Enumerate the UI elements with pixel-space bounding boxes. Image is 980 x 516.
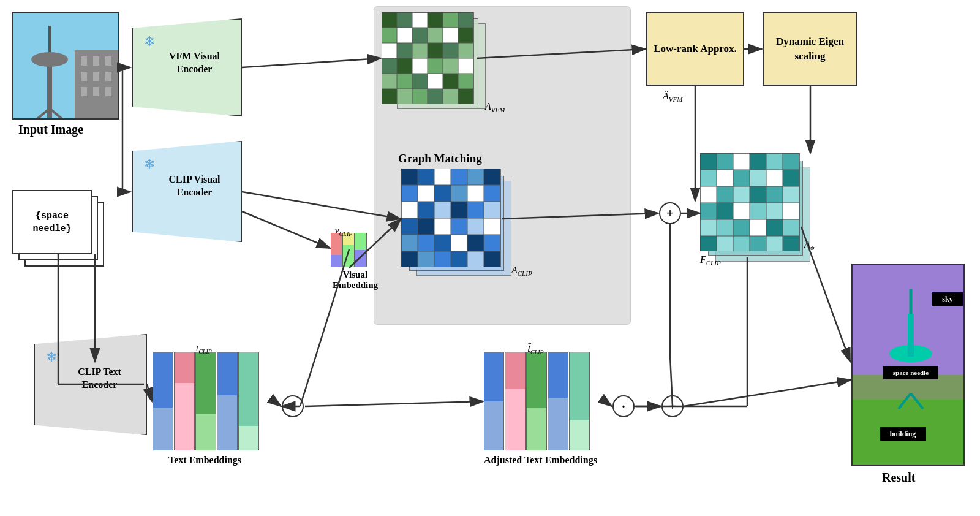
svg-rect-114 — [717, 186, 733, 203]
v-clip-label: vCLIP — [335, 226, 352, 237]
result-label: Result — [882, 471, 915, 485]
low-rank-label: Low-rank Approx. — [654, 42, 737, 56]
svg-rect-77 — [484, 218, 500, 235]
svg-rect-65 — [484, 185, 500, 202]
svg-rect-6 — [93, 72, 99, 81]
svg-rect-126 — [717, 219, 733, 236]
svg-rect-181 — [527, 408, 546, 450]
svg-rect-136 — [783, 236, 799, 251]
hadamard-1: · — [282, 395, 304, 417]
svg-line-210 — [242, 58, 381, 67]
svg-rect-150 — [331, 244, 342, 255]
svg-rect-122 — [750, 203, 766, 219]
svg-rect-89 — [484, 251, 500, 267]
svg-rect-86 — [434, 251, 451, 267]
text-cards-group: {spaceneedle} — [12, 190, 110, 288]
svg-rect-8 — [81, 87, 87, 96]
svg-rect-172 — [239, 426, 258, 450]
svg-rect-120 — [717, 203, 733, 219]
svg-text:building: building — [890, 430, 916, 438]
svg-rect-113 — [700, 186, 717, 203]
svg-rect-85 — [418, 251, 434, 267]
svg-rect-102 — [717, 153, 733, 170]
svg-rect-187 — [570, 420, 589, 450]
t-clip-label: tCLIP — [196, 343, 212, 355]
text-embeddings-label: Text Embeddings — [168, 455, 241, 466]
svg-rect-192 — [908, 314, 914, 357]
svg-rect-135 — [766, 236, 783, 251]
svg-rect-103 — [733, 153, 750, 170]
svg-rect-63 — [451, 185, 467, 202]
svg-rect-186 — [570, 352, 589, 420]
svg-rect-178 — [505, 389, 525, 450]
svg-rect-125 — [700, 219, 717, 236]
svg-rect-124 — [783, 203, 799, 219]
svg-rect-101 — [700, 153, 717, 170]
svg-rect-110 — [750, 170, 766, 186]
svg-line-212 — [242, 211, 330, 248]
svg-rect-107 — [700, 170, 717, 186]
svg-rect-105 — [766, 153, 783, 170]
input-image — [12, 12, 119, 120]
svg-rect-174 — [484, 352, 503, 401]
svg-rect-69 — [451, 202, 467, 218]
svg-rect-56 — [434, 169, 451, 185]
svg-rect-64 — [467, 185, 484, 202]
svg-rect-128 — [750, 219, 766, 236]
svg-rect-117 — [766, 186, 783, 203]
svg-rect-71 — [484, 202, 500, 218]
visual-embedding-label: VisualEmbedding — [325, 270, 386, 290]
clip-text-encoder-label: CLIP TextEncoder — [52, 366, 147, 392]
svg-line-222 — [274, 401, 281, 406]
svg-rect-160 — [153, 408, 173, 450]
svg-text:space needle: space needle — [893, 369, 929, 376]
svg-rect-54 — [401, 169, 418, 185]
svg-rect-129 — [766, 219, 783, 236]
svg-rect-163 — [175, 383, 194, 450]
svg-rect-104 — [750, 153, 766, 170]
svg-rect-169 — [217, 395, 237, 450]
svg-rect-57 — [451, 169, 467, 185]
svg-rect-84 — [401, 251, 418, 267]
svg-rect-88 — [467, 251, 484, 267]
svg-rect-53 — [382, 12, 473, 104]
dynamic-eigen-label: Dynamic Eigen scaling — [764, 34, 856, 64]
clip-matrix-front — [401, 169, 502, 269]
svg-rect-119 — [700, 203, 717, 219]
svg-rect-58 — [467, 169, 484, 185]
svg-text:sky: sky — [942, 295, 952, 303]
hadamard-2: · — [612, 395, 635, 417]
svg-rect-73 — [418, 218, 434, 235]
svg-rect-68 — [434, 202, 451, 218]
svg-rect-66 — [401, 202, 418, 218]
svg-rect-180 — [527, 352, 546, 408]
visual-embedding — [331, 233, 380, 269]
svg-rect-5 — [81, 72, 87, 81]
svg-rect-168 — [217, 352, 237, 395]
graph-matching-label: Graph Matching — [398, 152, 482, 165]
svg-rect-177 — [505, 352, 525, 389]
svg-point-12 — [31, 52, 68, 67]
svg-rect-171 — [239, 352, 258, 426]
svg-rect-127 — [733, 219, 750, 236]
vfm-encoder-label: VFM VisualEncoder — [147, 50, 242, 76]
svg-rect-134 — [750, 236, 766, 251]
svg-rect-130 — [783, 219, 799, 236]
svg-rect-157 — [355, 250, 366, 267]
svg-rect-166 — [196, 414, 216, 450]
svg-rect-87 — [451, 251, 467, 267]
svg-rect-72 — [401, 218, 418, 235]
plus-circle-top: + — [659, 202, 681, 224]
svg-rect-118 — [783, 186, 799, 203]
a-psi-front — [700, 153, 801, 254]
svg-rect-175 — [484, 401, 503, 450]
svg-rect-111 — [766, 170, 783, 186]
plus-circle-bottom: + — [662, 395, 684, 417]
svg-rect-10 — [105, 87, 111, 96]
svg-rect-159 — [153, 352, 173, 408]
svg-rect-4 — [105, 56, 111, 66]
low-rank-box: Low-rank Approx. — [646, 12, 744, 86]
f-clip-label: FCLIP — [700, 254, 721, 267]
svg-rect-2 — [81, 56, 87, 66]
svg-rect-183 — [548, 352, 568, 398]
